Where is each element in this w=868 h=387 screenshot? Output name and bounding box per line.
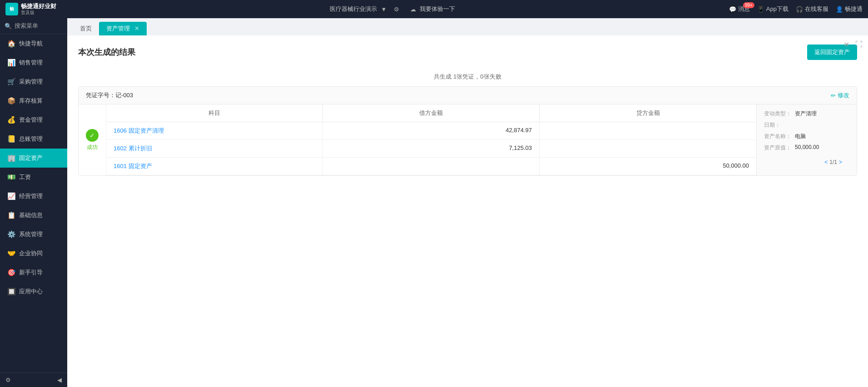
online-service-item[interactable]: 🎧 在线客服 xyxy=(796,5,828,13)
table-row: 1602 累计折旧 7,125.03 xyxy=(106,140,756,158)
sidebar-item-sales[interactable]: 📊 销售管理 xyxy=(0,53,67,72)
topbar-right: 💬 消息 99+ 📱 App下载 🎧 在线客服 👤 畅捷通 xyxy=(729,5,863,13)
prev-page-button[interactable]: < xyxy=(824,159,828,165)
headset-icon: 🎧 xyxy=(796,6,803,13)
sidebar-item-system[interactable]: ⚙️ 系统管理 xyxy=(0,225,67,244)
sidebar-label-inventory: 库存核算 xyxy=(19,97,43,105)
expand-panel-button[interactable]: ⛶ xyxy=(853,39,864,50)
experience-text[interactable]: 我要体验一下 xyxy=(420,5,455,13)
clipboard-icon: 📋 xyxy=(7,211,15,219)
table-row: 1601 固定资产 50,000.00 xyxy=(106,158,756,175)
money-icon: 💰 xyxy=(7,116,15,124)
page-info: 1/1 xyxy=(829,159,837,165)
edit-icon: ✏ xyxy=(831,92,836,99)
collapse-icon[interactable]: ◀ xyxy=(57,377,62,383)
settings-icon: ⚙️ xyxy=(7,230,15,238)
td-debit-2: 7,125.03 xyxy=(323,140,540,157)
td-debit-1: 42,874.97 xyxy=(323,122,540,139)
close-panel-button[interactable]: ✕ xyxy=(841,39,852,50)
sidebar-item-app-center[interactable]: 🔲 应用中心 xyxy=(0,282,67,301)
td-subject-3[interactable]: 1601 固定资产 xyxy=(106,158,323,175)
sidebar-item-basic-info[interactable]: 📋 基础信息 xyxy=(0,206,67,225)
asset-value-label: 资产原值： xyxy=(764,144,791,152)
td-subject-1[interactable]: 1606 固定资产清理 xyxy=(106,122,323,139)
sidebar-label-purchase: 采购管理 xyxy=(19,78,43,86)
sidebar-item-inventory[interactable]: 📦 库存核算 xyxy=(0,91,67,110)
td-debit-3 xyxy=(323,158,540,175)
sidebar-item-operations[interactable]: 📈 经营管理 xyxy=(0,187,67,206)
handshake-icon: 🤝 xyxy=(7,249,15,258)
chart-icon: 📊 xyxy=(7,59,15,67)
td-subject-2[interactable]: 1602 累计折旧 xyxy=(106,140,323,157)
success-column: ✓ 成功 xyxy=(79,104,106,175)
app-download-item[interactable]: 📱 App下载 xyxy=(757,5,789,13)
phone-icon: 📱 xyxy=(757,6,764,13)
sidebar-item-fund[interactable]: 💰 资金管理 xyxy=(0,110,67,129)
topbar: 畅 畅捷通好业财 普及版 医疗器械行业演示 ▼ ⚙ ☁ 我要体验一下 💬 消息 … xyxy=(0,0,868,18)
next-page-button[interactable]: > xyxy=(839,159,842,165)
sidebar-search[interactable]: 🔍 搜索菜单 xyxy=(0,18,67,34)
sidebar-item-fixed-assets[interactable]: 🏢 固定资产 xyxy=(0,149,67,168)
logo-sub: 普及版 xyxy=(21,10,56,15)
right-panel-controls: ✕ ⛶ xyxy=(841,39,864,50)
asset-name-value: 电脑 xyxy=(795,133,806,140)
summary-text: 共生成 1张凭证，0张失败 xyxy=(434,73,501,80)
messages-item[interactable]: 💬 消息 99+ xyxy=(729,5,750,13)
sidebar-label-operations: 经营管理 xyxy=(19,192,43,200)
edit-label: 修改 xyxy=(838,91,849,99)
side-info-panel: 变动类型： 资产清理 日期： 资产名称： 电脑 资产原值： xyxy=(757,104,857,175)
sidebar-item-quick-nav[interactable]: 🏠 快捷导航 xyxy=(0,34,67,53)
table-header: 科目 借方金额 贷方金额 xyxy=(106,104,756,122)
dropdown-icon[interactable]: ▼ xyxy=(381,6,387,13)
tab-close-icon[interactable]: ✕ xyxy=(134,25,139,32)
change-type-label: 变动类型： xyxy=(764,110,791,118)
settings-bottom-icon[interactable]: ⚙ xyxy=(5,377,11,383)
gear-icon[interactable]: ⚙ xyxy=(394,6,399,13)
success-label: 成功 xyxy=(87,144,98,151)
sidebar-item-purchase[interactable]: 🛒 采购管理 xyxy=(0,72,67,91)
sidebar-label-sales: 销售管理 xyxy=(19,59,43,67)
th-debit: 借方金额 xyxy=(323,104,540,122)
voucher-header: 凭证字号：记-003 ✏ 修改 xyxy=(79,87,857,104)
user-item[interactable]: 👤 畅捷通 xyxy=(836,5,863,13)
sidebar-label-basic-info: 基础信息 xyxy=(19,211,43,219)
sidebar-item-guide[interactable]: 🎯 新手引导 xyxy=(0,263,67,282)
page-title: 本次生成的结果 xyxy=(78,47,135,58)
voucher-container: 凭证字号：记-003 ✏ 修改 ✓ 成功 xyxy=(78,86,857,176)
messages-badge: 99+ xyxy=(743,2,754,8)
sidebar-label-enterprise: 企业协同 xyxy=(19,249,43,258)
wage-icon: 💵 xyxy=(7,173,15,181)
tab-asset-management[interactable]: 资产管理 ✕ xyxy=(99,22,147,35)
td-credit-3: 50,000.00 xyxy=(540,158,756,175)
topbar-left: 畅 畅捷通好业财 普及版 xyxy=(5,3,56,15)
sidebar-label-payroll: 工资 xyxy=(19,173,31,181)
sidebar-item-ledger[interactable]: 📒 总账管理 xyxy=(0,129,67,149)
edit-button[interactable]: ✏ 修改 xyxy=(831,91,849,99)
sidebar: 🔍 搜索菜单 🏠 快捷导航 📊 销售管理 🛒 采购管理 📦 库存核算 💰 资金管… xyxy=(0,18,67,387)
asset-name-label: 资产名称： xyxy=(764,133,791,140)
main-layout: 🔍 搜索菜单 🏠 快捷导航 📊 销售管理 🛒 采购管理 📦 库存核算 💰 资金管… xyxy=(0,18,868,387)
page-header: 本次生成的结果 返回固定资产 xyxy=(78,45,857,60)
voucher-body: ✓ 成功 科目 借方金额 贷方金额 1606 固定资产清理 xyxy=(79,104,857,175)
app-download-label: App下载 xyxy=(766,5,789,13)
sidebar-label-guide: 新手引导 xyxy=(19,268,43,277)
sidebar-item-payroll[interactable]: 💵 工资 xyxy=(0,168,67,187)
sidebar-label-fund: 资金管理 xyxy=(19,116,43,124)
page-content: ✕ ⛶ 本次生成的结果 返回固定资产 共生成 1张凭证，0张失败 凭证字号：记-… xyxy=(67,35,868,387)
logo-text: 畅捷通好业财 普及版 xyxy=(21,3,56,15)
sidebar-label-system: 系统管理 xyxy=(19,230,43,238)
pagination: < 1/1 > xyxy=(764,155,849,169)
sidebar-item-enterprise[interactable]: 🤝 企业协同 xyxy=(0,244,67,263)
success-icon: ✓ xyxy=(86,129,99,142)
tab-bar: 首页 资产管理 ✕ xyxy=(67,18,868,35)
logo-icon: 畅 xyxy=(5,3,18,15)
message-icon: 💬 xyxy=(729,6,736,13)
tab-home[interactable]: 首页 xyxy=(74,22,97,35)
summary-bar: 共生成 1张凭证，0张失败 xyxy=(78,67,857,86)
sidebar-label-ledger: 总账管理 xyxy=(19,135,43,143)
online-service-label: 在线客服 xyxy=(805,5,828,13)
logo-title: 畅捷通好业财 xyxy=(21,3,56,10)
box-icon: 📦 xyxy=(7,97,15,105)
grid-icon: 🔲 xyxy=(7,288,15,296)
sidebar-label-fixed-assets: 固定资产 xyxy=(19,154,43,162)
